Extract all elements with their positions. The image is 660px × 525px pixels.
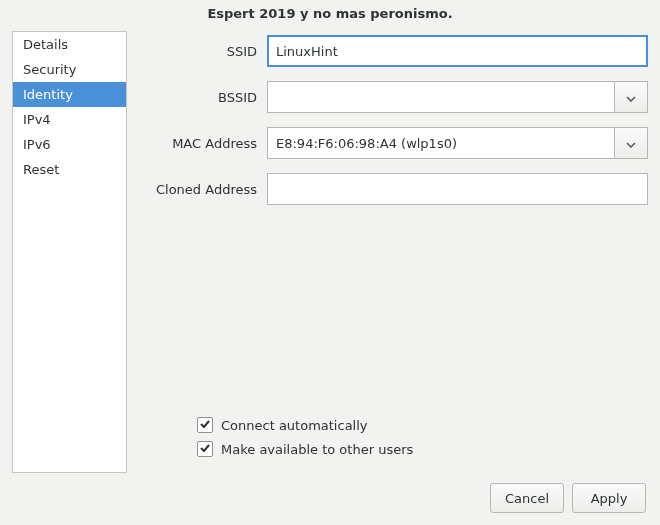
identity-form: SSID BSSID [147,31,648,417]
sidebar: Details Security Identity IPv4 IPv6 Rese… [12,31,127,473]
main-panel: SSID BSSID [127,31,648,473]
chevron-down-icon [626,136,636,151]
sidebar-item-ipv4[interactable]: IPv4 [13,107,126,132]
ssid-input[interactable] [267,35,648,67]
bssid-combo [267,81,648,113]
mac-dropdown-button[interactable] [614,127,648,159]
available-to-others-checkbox[interactable]: Make available to other users [197,441,648,457]
mac-row: MAC Address [147,127,648,159]
footer: Cancel Apply [0,473,660,525]
check-icon [199,418,211,433]
bssid-label: BSSID [147,90,267,105]
apply-button[interactable]: Apply [572,483,646,513]
ssid-label: SSID [147,44,267,59]
checkbox-group: Connect automatically Make available to … [147,417,648,473]
checkbox-box [197,417,213,433]
mac-combo [267,127,648,159]
chevron-down-icon [626,90,636,105]
cloned-label: Cloned Address [147,182,267,197]
sidebar-item-security[interactable]: Security [13,57,126,82]
bssid-input[interactable] [267,81,614,113]
available-label: Make available to other users [221,442,413,457]
sidebar-item-ipv6[interactable]: IPv6 [13,132,126,157]
sidebar-item-identity[interactable]: Identity [13,82,126,107]
network-settings-window: Espert 2019 y no mas peronismo. Details … [0,0,660,525]
bssid-dropdown-button[interactable] [614,81,648,113]
ssid-row: SSID [147,35,648,67]
connect-automatically-checkbox[interactable]: Connect automatically [197,417,648,433]
bssid-row: BSSID [147,81,648,113]
mac-label: MAC Address [147,136,267,151]
connect-auto-label: Connect automatically [221,418,368,433]
sidebar-item-reset[interactable]: Reset [13,157,126,182]
checkbox-box [197,441,213,457]
sidebar-item-details[interactable]: Details [13,32,126,57]
mac-input[interactable] [267,127,614,159]
check-icon [199,442,211,457]
body: Details Security Identity IPv4 IPv6 Rese… [0,31,660,473]
cloned-row: Cloned Address [147,173,648,205]
cloned-input[interactable] [267,173,648,205]
cancel-button[interactable]: Cancel [490,483,564,513]
window-title: Espert 2019 y no mas peronismo. [0,0,660,31]
